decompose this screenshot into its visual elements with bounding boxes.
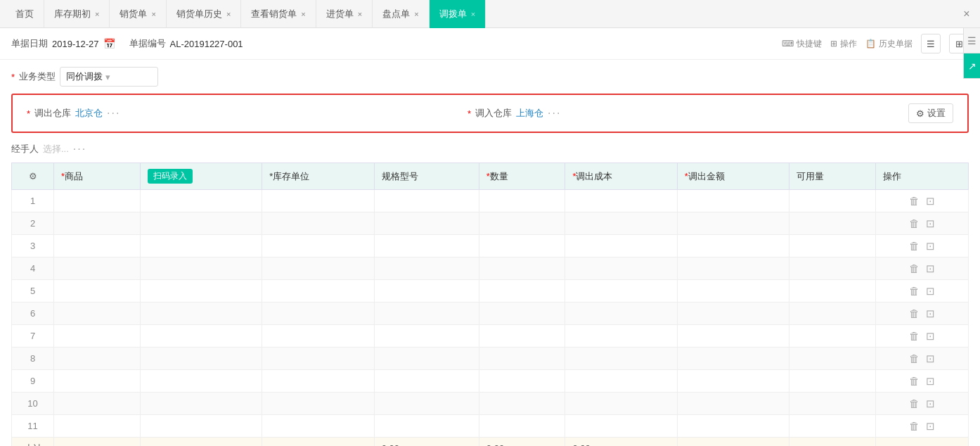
row-amount[interactable] [677, 190, 789, 212]
row-spec[interactable] [374, 190, 479, 212]
handler-more-icon[interactable]: ··· [73, 143, 86, 155]
sidebar-export-icon[interactable]: ↗ [964, 53, 981, 79]
row-product[interactable] [54, 257, 141, 280]
row-amount[interactable] [677, 348, 789, 370]
tab-transfer[interactable]: 调拨单 × [430, 0, 486, 28]
row-available[interactable] [789, 370, 876, 393]
delete-icon[interactable]: 🗑 [909, 375, 920, 387]
delete-icon[interactable]: 🗑 [909, 240, 920, 252]
close-icon[interactable]: × [95, 10, 99, 18]
row-cost[interactable] [565, 235, 677, 257]
row-spec[interactable] [374, 415, 479, 438]
copy-icon[interactable]: ⊡ [926, 375, 935, 387]
row-qty[interactable] [479, 190, 565, 212]
row-available[interactable] [789, 393, 876, 415]
delete-icon[interactable]: 🗑 [909, 262, 920, 274]
row-cost[interactable] [565, 370, 677, 393]
row-product[interactable] [54, 415, 141, 438]
close-icon[interactable]: × [414, 10, 418, 18]
row-spec[interactable] [374, 257, 479, 280]
row-qty[interactable] [479, 393, 565, 415]
delete-icon[interactable]: 🗑 [909, 330, 920, 342]
delete-icon[interactable]: 🗑 [909, 307, 920, 319]
row-unit[interactable] [262, 415, 374, 438]
close-icon[interactable]: × [471, 10, 475, 18]
row-spec[interactable] [374, 302, 479, 325]
row-spec[interactable] [374, 370, 479, 393]
row-product[interactable] [54, 212, 141, 235]
row-spec[interactable] [374, 212, 479, 235]
row-available[interactable] [789, 280, 876, 302]
row-available[interactable] [789, 257, 876, 280]
row-available[interactable] [789, 190, 876, 212]
delete-icon[interactable]: 🗑 [909, 352, 920, 364]
copy-icon[interactable]: ⊡ [926, 352, 935, 364]
row-amount[interactable] [677, 280, 789, 302]
warehouse-out-more-icon[interactable]: ··· [107, 107, 120, 120]
row-unit[interactable] [262, 302, 374, 325]
row-cost[interactable] [565, 302, 677, 325]
row-product[interactable] [54, 348, 141, 370]
row-qty[interactable] [479, 325, 565, 348]
row-cost[interactable] [565, 348, 677, 370]
row-cost[interactable] [565, 212, 677, 235]
row-qty[interactable] [479, 212, 565, 235]
warehouse-out-value[interactable]: 北京仓 [75, 107, 103, 120]
shortcut-button[interactable]: ⌨ 快捷键 [782, 38, 822, 50]
row-product[interactable] [54, 370, 141, 393]
layout-list-button[interactable]: ☰ [921, 34, 941, 53]
warehouse-in-value[interactable]: 上海仓 [516, 107, 543, 120]
row-unit[interactable] [262, 348, 374, 370]
row-unit[interactable] [262, 190, 374, 212]
row-product[interactable] [54, 302, 141, 325]
row-unit[interactable] [262, 212, 374, 235]
delete-icon[interactable]: 🗑 [909, 397, 920, 409]
row-amount[interactable] [677, 325, 789, 348]
row-amount[interactable] [677, 302, 789, 325]
warehouse-in-more-icon[interactable]: ··· [548, 107, 561, 120]
copy-icon[interactable]: ⊡ [926, 217, 935, 229]
close-icon[interactable]: × [226, 10, 231, 18]
business-type-select[interactable]: 同价调拨 ▾ [60, 67, 158, 87]
close-icon[interactable]: × [151, 10, 155, 18]
row-available[interactable] [789, 212, 876, 235]
row-available[interactable] [789, 235, 876, 257]
row-available[interactable] [789, 348, 876, 370]
handler-select[interactable]: 选择... [43, 143, 69, 155]
row-qty[interactable] [479, 370, 565, 393]
row-qty[interactable] [479, 280, 565, 302]
row-amount[interactable] [677, 212, 789, 235]
calendar-icon[interactable]: 📅 [103, 38, 115, 49]
row-spec[interactable] [374, 348, 479, 370]
delete-icon[interactable]: 🗑 [909, 217, 920, 229]
row-product[interactable] [54, 393, 141, 415]
tab-view-sales[interactable]: 查看销货单 × [241, 0, 316, 28]
row-product[interactable] [54, 280, 141, 302]
row-qty[interactable] [479, 302, 565, 325]
row-qty[interactable] [479, 235, 565, 257]
row-product[interactable] [54, 325, 141, 348]
row-cost[interactable] [565, 190, 677, 212]
delete-icon[interactable]: 🗑 [909, 285, 920, 297]
sidebar-list-icon[interactable]: ☰ [964, 28, 981, 53]
column-gear[interactable]: ⚙ [12, 163, 54, 190]
row-unit[interactable] [262, 257, 374, 280]
tab-inventory-init[interactable]: 库存期初 × [44, 0, 110, 28]
window-close-button[interactable]: × [959, 6, 974, 22]
history-button[interactable]: 📋 历史单据 [865, 38, 913, 50]
row-qty[interactable] [479, 348, 565, 370]
row-cost[interactable] [565, 325, 677, 348]
copy-icon[interactable]: ⊡ [926, 397, 935, 409]
row-product[interactable] [54, 235, 141, 257]
row-available[interactable] [789, 415, 876, 438]
tab-sales-order[interactable]: 销货单 × [110, 0, 166, 28]
row-spec[interactable] [374, 280, 479, 302]
row-available[interactable] [789, 302, 876, 325]
row-amount[interactable] [677, 257, 789, 280]
row-product[interactable] [54, 190, 141, 212]
row-cost[interactable] [565, 280, 677, 302]
copy-icon[interactable]: ⊡ [926, 420, 935, 432]
tab-inventory-check[interactable]: 盘点单 × [373, 0, 429, 28]
row-unit[interactable] [262, 325, 374, 348]
row-unit[interactable] [262, 370, 374, 393]
